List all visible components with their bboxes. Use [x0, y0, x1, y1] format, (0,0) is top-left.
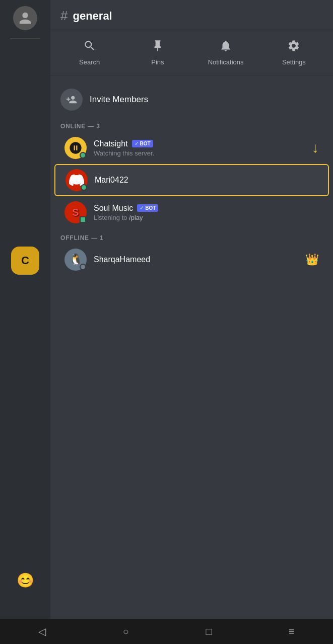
- notifications-label: Notifications: [208, 58, 244, 66]
- soulmusic-slash-cmd: /play: [129, 214, 143, 221]
- invite-members-row[interactable]: Invite Members: [50, 84, 333, 116]
- android-nav-bar: ◁ ○ □ ≡: [0, 619, 333, 644]
- soulmusic-name-row: Soul Music ✓ BOT: [94, 204, 319, 213]
- chatsight-name: Chatsight: [94, 139, 128, 148]
- bot-badge-label: BOT: [140, 141, 151, 146]
- sharqa-status-dot: [80, 264, 86, 270]
- search-icon: [83, 39, 96, 55]
- nav-recent-button[interactable]: □: [206, 626, 212, 637]
- offline-section-header: OFFLINE — 1: [50, 227, 333, 245]
- member-row-chatsight[interactable]: Chatsight ✓ BOT Watching this server. ↓: [54, 133, 329, 163]
- sharqa-name-row: SharqaHameed: [94, 255, 298, 264]
- chatsight-info: Chatsight ✓ BOT Watching this server.: [94, 139, 305, 157]
- search-label: Search: [79, 58, 100, 66]
- pins-icon: [151, 39, 164, 55]
- soulmusic-bot-label: BOT: [145, 205, 156, 211]
- search-toolbar-item[interactable]: Search: [70, 39, 110, 66]
- soulmusic-avatar-wrap: S: [64, 201, 87, 223]
- notifications-toolbar-item[interactable]: Notifications: [206, 39, 246, 66]
- settings-icon: [287, 39, 300, 55]
- sidebar-user-avatar[interactable]: [13, 6, 37, 30]
- channel-hash-icon: #: [60, 8, 68, 24]
- sharqa-crown-badge: 👑: [305, 253, 319, 266]
- sidebar: C 😊: [0, 0, 50, 619]
- channel-header: # general: [50, 0, 333, 30]
- mario0422-info: Mari0422: [95, 176, 318, 185]
- mario0422-name: Mari0422: [95, 176, 128, 185]
- invite-label: Invite Members: [90, 95, 148, 105]
- server-initial: C: [21, 254, 29, 267]
- soul-avatar-text: S: [72, 207, 79, 218]
- toolbar: Search Pins Notifications: [50, 30, 333, 75]
- sidebar-server-icon[interactable]: C: [11, 247, 39, 275]
- soulmusic-bot-badge: ✓ BOT: [137, 204, 158, 212]
- chatsight-status: Watching this server.: [94, 149, 305, 157]
- sharqa-name: SharqaHameed: [94, 255, 150, 264]
- member-row-mario0422[interactable]: Mari0422: [54, 164, 329, 196]
- invite-icon: [60, 89, 83, 111]
- online-section-header: ONLINE — 3: [50, 116, 333, 133]
- channel-name: general: [73, 10, 112, 23]
- chatsight-avatar-wrap: [64, 137, 87, 159]
- mario0422-avatar-wrap: [65, 169, 88, 191]
- chatsight-status-dot: [80, 152, 86, 158]
- sharqa-info: SharqaHameed: [94, 255, 298, 264]
- bot-checkmark: ✓: [135, 141, 139, 146]
- notifications-icon: [219, 39, 232, 55]
- soulmusic-name: Soul Music: [94, 204, 133, 213]
- sidebar-emoji: 😊: [17, 572, 34, 589]
- settings-toolbar-item[interactable]: Settings: [274, 39, 314, 66]
- nav-back-button[interactable]: ◁: [38, 625, 46, 637]
- pins-toolbar-item[interactable]: Pins: [138, 39, 178, 66]
- mario0422-name-row: Mari0422: [95, 176, 318, 185]
- main-panel: # general Search Pins: [50, 0, 333, 619]
- soulmusic-bot-checkmark: ✓: [140, 205, 144, 211]
- member-row-sharqa[interactable]: 🐧 SharqaHameed 👑: [54, 245, 329, 275]
- sidebar-divider: [10, 38, 40, 39]
- member-row-soulmusic[interactable]: S Soul Music ✓ BOT Listening to /play: [54, 197, 329, 227]
- soulmusic-status-mobile: [80, 216, 86, 223]
- chatsight-bot-badge: ✓ BOT: [132, 140, 153, 147]
- mario0422-status-dot: [81, 184, 87, 191]
- chatsight-name-row: Chatsight ✓ BOT: [94, 139, 305, 148]
- members-panel: Invite Members ONLINE — 3 Chatsight ✓: [50, 75, 333, 283]
- settings-label: Settings: [282, 58, 306, 66]
- pins-label: Pins: [151, 58, 164, 66]
- chatsight-arrow: ↓: [312, 140, 319, 156]
- nav-menu-button[interactable]: ≡: [289, 626, 295, 637]
- sharqa-avatar-wrap: 🐧: [64, 249, 87, 271]
- soulmusic-status: Listening to /play: [94, 214, 319, 221]
- soulmusic-info: Soul Music ✓ BOT Listening to /play: [94, 204, 319, 221]
- nav-home-button[interactable]: ○: [123, 626, 129, 637]
